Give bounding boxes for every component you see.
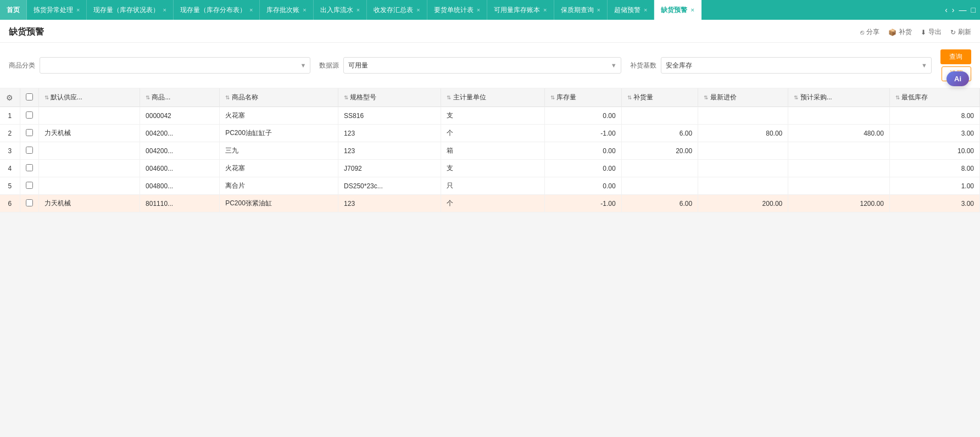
row-checkbox-5[interactable] xyxy=(26,182,33,189)
tab-next-button[interactable]: › xyxy=(950,0,957,20)
tab-available-ledger-close[interactable]: × xyxy=(543,7,547,13)
tab-expiry-query-close[interactable]: × xyxy=(597,7,600,13)
ai-badge[interactable]: Ai xyxy=(946,71,969,86)
column-settings-button[interactable]: ⚙ xyxy=(6,93,13,102)
tab-expiry-query-label: 保质期查询 xyxy=(561,5,594,15)
tab-inventory-status[interactable]: 现存量（库存状况表） × xyxy=(87,0,173,20)
tab-shortage-close[interactable]: × xyxy=(691,7,694,13)
tab-inventory-dist[interactable]: 现存量（库存分布表） × xyxy=(174,0,260,20)
row-spec-2: 123 xyxy=(338,125,441,142)
tab-batch-account-label: 库存批次账 xyxy=(266,5,299,15)
tab-demand-stat[interactable]: 要货单统计表 × xyxy=(427,0,487,20)
row-spec-3: 123 xyxy=(338,142,441,160)
select-all-checkbox[interactable] xyxy=(26,93,33,100)
tab-overstock-close[interactable]: × xyxy=(644,7,647,13)
restock-button[interactable]: 📦 补货 xyxy=(888,27,912,37)
tab-available-ledger-label: 可用量库存账本 xyxy=(494,5,540,15)
category-filter-label: 商品分类 xyxy=(9,61,35,70)
row-checkbox-3[interactable] xyxy=(26,147,33,154)
tab-inout-flow[interactable]: 出入库流水 × xyxy=(314,0,367,20)
tab-expiry-query[interactable]: 保质期查询 × xyxy=(554,0,608,20)
row-index-5: 5 xyxy=(0,177,20,195)
row-spec-4: J7092 xyxy=(338,160,441,177)
tab-inout-flow-close[interactable]: × xyxy=(357,7,360,13)
col-min-inventory: ⇅ 最低库存 xyxy=(889,88,979,107)
col-est-purchase: ⇅ 预计采购... xyxy=(788,88,890,107)
category-select[interactable] xyxy=(40,57,310,74)
tab-abnormal-close[interactable]: × xyxy=(76,7,80,13)
sort-icon-name: ⇅ xyxy=(225,94,230,100)
row-unit-1: 支 xyxy=(441,107,545,125)
row-restock-6: 6.00 xyxy=(621,195,698,212)
row-spec-5: DS250*23c... xyxy=(338,177,441,195)
tab-prev-button[interactable]: ‹ xyxy=(943,0,950,20)
row-supplier-4 xyxy=(38,160,140,177)
row-checkbox-1[interactable] xyxy=(26,111,33,119)
row-restock-3: 20.00 xyxy=(621,142,698,160)
tab-overstock[interactable]: 超储预警 × xyxy=(608,0,654,20)
export-button[interactable]: ⬇ 导出 xyxy=(921,27,942,37)
row-estpurchase-3 xyxy=(788,142,890,160)
row-supplier-1 xyxy=(38,107,140,125)
row-index-1: 1 xyxy=(0,107,20,125)
tab-minimize-button[interactable]: — xyxy=(957,0,969,20)
tab-batch-account[interactable]: 库存批次账 × xyxy=(260,0,313,20)
row-checkbox-2[interactable] xyxy=(26,129,33,136)
row-restock-2: 6.00 xyxy=(621,125,698,142)
tab-receive-total[interactable]: 收发存汇总表 × xyxy=(367,0,427,20)
row-checkbox-cell-5 xyxy=(20,177,38,195)
tab-nav-buttons: ‹ › — □ xyxy=(943,0,980,20)
category-select-wrapper: ▼ xyxy=(40,57,310,74)
query-button[interactable]: 查询 xyxy=(940,49,971,64)
tab-shortage[interactable]: 缺货预警 × xyxy=(654,0,701,20)
refresh-button[interactable]: ↻ 刷新 xyxy=(950,27,971,37)
filter-bar: 商品分类 ▼ 数据源 可用量 库存量 ▼ 补货基数 xyxy=(0,43,980,88)
row-estpurchase-6: 1200.00 xyxy=(788,195,890,212)
row-estpurchase-5 xyxy=(788,177,890,195)
row-unit-3: 箱 xyxy=(441,142,545,160)
col-default-supplier: ⇅ 默认供应... xyxy=(38,88,140,107)
restock-base-select[interactable]: 安全库存 最低库存 xyxy=(661,57,932,74)
row-checkbox-4[interactable] xyxy=(26,164,33,171)
row-unit-5: 只 xyxy=(441,177,545,195)
row-mininventory-4: 8.00 xyxy=(889,160,979,177)
tab-receive-total-close[interactable]: × xyxy=(416,7,420,13)
row-price-3 xyxy=(698,142,788,160)
row-inventory-5: 0.00 xyxy=(545,177,622,195)
share-icon: ⎋ xyxy=(860,29,864,36)
datasource-filter-label: 数据源 xyxy=(319,61,339,70)
tab-inventory-dist-close[interactable]: × xyxy=(249,7,253,13)
tab-batch-account-close[interactable]: × xyxy=(303,7,306,13)
tab-abnormal-label: 拣货异常处理 xyxy=(34,5,73,15)
col-unit: ⇅ 主计量单位 xyxy=(441,88,545,107)
row-name-1: 火花塞 xyxy=(220,107,338,125)
row-mininventory-2: 3.00 xyxy=(889,125,979,142)
tab-inventory-status-close[interactable]: × xyxy=(163,7,166,13)
tab-home[interactable]: 首页 xyxy=(0,0,27,20)
refresh-icon: ↻ xyxy=(950,29,956,36)
sort-icon-spec: ⇅ xyxy=(344,94,348,100)
restock-icon: 📦 xyxy=(888,29,897,36)
share-button[interactable]: ⎋ 分享 xyxy=(860,27,879,37)
tab-demand-stat-close[interactable]: × xyxy=(477,7,480,13)
tab-inventory-dist-label: 现存量（库存分布表） xyxy=(180,5,246,15)
sort-icon-supplier: ⇅ xyxy=(44,94,49,100)
row-estpurchase-1 xyxy=(788,107,890,125)
sort-icon-unit: ⇅ xyxy=(447,94,451,100)
table-row: 4 004600... 火花塞 J7092 支 0.00 8.00 xyxy=(0,160,980,177)
datasource-select[interactable]: 可用量 库存量 xyxy=(343,57,621,74)
row-code-2: 004200... xyxy=(140,125,220,142)
tab-receive-total-label: 收发存汇总表 xyxy=(374,5,413,15)
tab-available-ledger[interactable]: 可用量库存账本 × xyxy=(487,0,554,20)
share-label: 分享 xyxy=(866,27,879,37)
tab-maximize-button[interactable]: □ xyxy=(969,0,978,20)
col-gear: ⚙ xyxy=(0,88,20,107)
tab-abnormal[interactable]: 拣货异常处理 × xyxy=(27,0,87,20)
row-checkbox-6[interactable] xyxy=(26,199,33,206)
table-body: 1 0000042 火花塞 SS816 支 0.00 8.00 2 力天机械 0… xyxy=(0,107,980,212)
datasource-select-wrapper: 可用量 库存量 ▼ xyxy=(343,57,621,74)
row-restock-5 xyxy=(621,177,698,195)
row-index-2: 2 xyxy=(0,125,20,142)
row-checkbox-cell-2 xyxy=(20,125,38,142)
row-mininventory-5: 1.00 xyxy=(889,177,979,195)
